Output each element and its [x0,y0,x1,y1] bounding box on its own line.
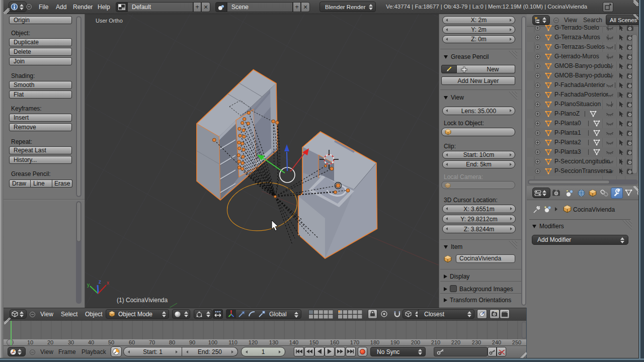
svg-text:x: x [107,280,109,286]
svg-text:z: z [99,279,101,285]
svg-text:(1) CocinaVivienda: (1) CocinaVivienda [117,297,168,304]
svg-text:y: y [87,282,90,288]
svg-text:User Ortho: User Ortho [96,18,123,24]
